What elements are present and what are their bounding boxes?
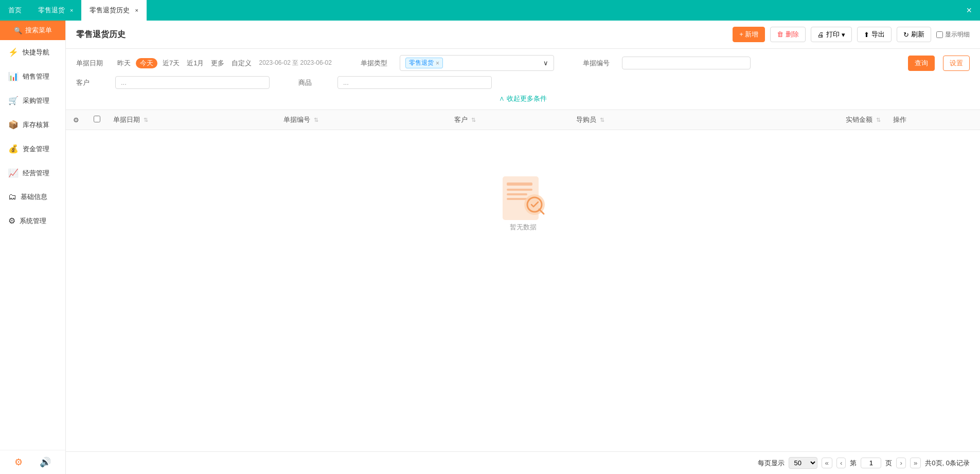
operations-icon: 📈 — [8, 168, 19, 178]
print-dropdown-icon: ▾ — [842, 31, 845, 39]
content-area: 零售退货历史 + 新增 🗑 删除 🖨 打印 ▾ ⬆ 导出 ↻ — [66, 21, 980, 474]
tab-retail-return-history-label: 零售退货历史 — [90, 6, 130, 15]
refresh-label: 刷新 — [911, 30, 924, 39]
collapse-button[interactable]: ∧ 收起更多条件 — [76, 94, 970, 103]
show-detail-text: 显示明细 — [945, 30, 970, 39]
sidebar-item-label: 库存核算 — [23, 120, 49, 130]
empty-state: 暂无数据 — [66, 130, 980, 273]
sidebar-item-operations[interactable]: 📈 经营管理 — [0, 161, 65, 185]
tab-home[interactable]: 首页 — [0, 0, 30, 21]
sidebar-item-finance[interactable]: 💰 资金管理 — [0, 137, 65, 161]
svg-rect-2 — [507, 189, 532, 191]
voucher-input[interactable] — [622, 57, 751, 69]
export-icon: ⬆ — [864, 31, 869, 39]
table-header-row: ⚙ 单据日期 ⇅ 单据编号 ⇅ — [66, 110, 980, 130]
sidebar-search[interactable]: 🔍 搜索菜单 — [0, 21, 65, 40]
sidebar-item-label: 采购管理 — [23, 96, 49, 105]
show-detail-label: 显示明细 — [936, 30, 970, 39]
sidebar: 🔍 搜索菜单 ⚡ 快捷导航 📊 销售管理 🛒 采购管理 📦 库存核算 💰 — [0, 21, 66, 474]
next-page-button[interactable]: › — [896, 458, 905, 468]
tab-retail-return[interactable]: 零售退货 × — [30, 0, 81, 21]
tab-retail-return-close[interactable]: × — [70, 7, 73, 13]
tab-retail-return-history[interactable]: 零售退货历史 × — [81, 0, 146, 21]
export-button[interactable]: ⬆ 导出 — [857, 27, 892, 42]
page-input-label: 第 — [850, 459, 857, 468]
voucher-text-input[interactable] — [628, 59, 745, 67]
sidebar-item-label: 系统管理 — [20, 216, 46, 226]
th-number-label: 单据编号 — [283, 116, 310, 123]
date-opt-more[interactable]: 更多 — [209, 58, 226, 68]
refresh-button[interactable]: ↻ 刷新 — [897, 27, 931, 42]
delete-button[interactable]: 🗑 删除 — [770, 27, 806, 42]
tab-retail-return-label: 零售退货 — [38, 6, 65, 15]
sidebar-item-sales[interactable]: 📊 销售管理 — [0, 64, 65, 88]
amount-sort-icon[interactable]: ⇅ — [876, 117, 881, 123]
type-tag-close[interactable]: × — [436, 60, 439, 67]
tab-retail-return-history-close[interactable]: × — [135, 7, 138, 13]
date-options: 昨天 今天 近7天 近1月 更多 自定义 2023-06-02 至 2023-0… — [115, 58, 332, 68]
svg-rect-3 — [507, 193, 527, 195]
print-label: 打印 — [826, 30, 840, 39]
search-icon: 🔍 — [14, 27, 22, 34]
sidebar-item-label: 快捷导航 — [23, 48, 49, 57]
type-dropdown-arrow: ∨ — [543, 59, 548, 67]
type-filter-dropdown[interactable]: 零售退货 × ∨ — [400, 55, 554, 71]
page-size-label: 每页显示 — [758, 459, 785, 468]
sidebar-item-quick-nav[interactable]: ⚡ 快捷导航 — [0, 40, 65, 64]
goods-input[interactable]: ... — [337, 76, 492, 89]
query-button[interactable]: 查询 — [908, 56, 935, 71]
th-action: 操作 — [887, 110, 980, 130]
sidebar-item-basic-info[interactable]: 🗂 基础信息 — [0, 185, 65, 209]
date-opt-yesterday[interactable]: 昨天 — [115, 58, 133, 68]
sidebar-item-purchase[interactable]: 🛒 采购管理 — [0, 88, 65, 113]
date-sort-icon[interactable]: ⇅ — [144, 117, 148, 123]
page-size-select[interactable]: 50 100 200 — [789, 457, 817, 469]
empty-illustration — [492, 171, 554, 223]
customer-sort-icon[interactable]: ⇅ — [471, 117, 476, 123]
total-info: 共0页, 0条记录 — [925, 459, 970, 468]
sidebar-item-label: 基础信息 — [21, 192, 47, 202]
th-settings: ⚙ — [66, 110, 86, 130]
new-button[interactable]: + 新增 — [733, 27, 765, 42]
type-tag-text: 零售退货 — [409, 59, 434, 67]
sidebar-item-inventory[interactable]: 📦 库存核算 — [0, 113, 65, 137]
first-page-button[interactable]: « — [822, 458, 832, 468]
page-number-input[interactable] — [861, 458, 881, 468]
refresh-icon: ↻ — [903, 31, 909, 39]
prev-page-button[interactable]: ‹ — [836, 458, 846, 468]
print-icon: 🖨 — [817, 31, 824, 39]
customer-input[interactable]: ... — [115, 76, 270, 89]
settings-bottom-icon[interactable]: ⚙ — [14, 457, 23, 468]
th-amount: 实销金额 ⇅ — [717, 110, 887, 130]
data-table: ⚙ 单据日期 ⇅ 单据编号 ⇅ — [66, 110, 980, 130]
date-opt-today[interactable]: 今天 — [136, 58, 157, 68]
sidebar-item-system[interactable]: ⚙ 系统管理 — [0, 209, 65, 233]
settings-label: 设置 — [950, 59, 963, 68]
th-guide-label: 导购员 — [576, 116, 596, 123]
query-label: 查询 — [915, 59, 928, 68]
number-sort-icon[interactable]: ⇅ — [314, 117, 318, 123]
header-actions: + 新增 🗑 删除 🖨 打印 ▾ ⬆ 导出 ↻ 刷新 — [733, 27, 970, 42]
customer-filter-label: 客户 — [76, 78, 107, 87]
date-opt-1month[interactable]: 近1月 — [185, 58, 206, 68]
date-range-display: 2023-06-02 至 2023-06-02 — [259, 59, 331, 67]
th-customer: 客户 ⇅ — [448, 110, 570, 130]
th-action-label: 操作 — [893, 116, 906, 123]
last-page-button[interactable]: » — [910, 458, 921, 468]
date-opt-custom[interactable]: 自定义 — [229, 58, 254, 68]
select-all-checkbox[interactable] — [94, 116, 100, 122]
purchase-icon: 🛒 — [8, 96, 19, 105]
window-close-button[interactable]: × — [958, 5, 980, 16]
th-date: 单据日期 ⇅ — [107, 110, 277, 130]
sales-icon: 📊 — [8, 71, 19, 81]
type-tag-container: 零售退货 × — [405, 58, 443, 68]
date-opt-7days[interactable]: 近7天 — [161, 58, 182, 68]
empty-text: 暂无数据 — [510, 223, 537, 232]
print-button[interactable]: 🖨 打印 ▾ — [811, 27, 852, 42]
settings-button[interactable]: 设置 — [943, 56, 970, 71]
column-settings-icon[interactable]: ⚙ — [73, 116, 79, 124]
audio-bottom-icon[interactable]: 🔊 — [40, 457, 51, 468]
show-detail-checkbox[interactable] — [936, 31, 943, 38]
sidebar-bottom: ⚙ 🔊 — [0, 450, 65, 474]
guide-sort-icon[interactable]: ⇅ — [600, 117, 604, 123]
